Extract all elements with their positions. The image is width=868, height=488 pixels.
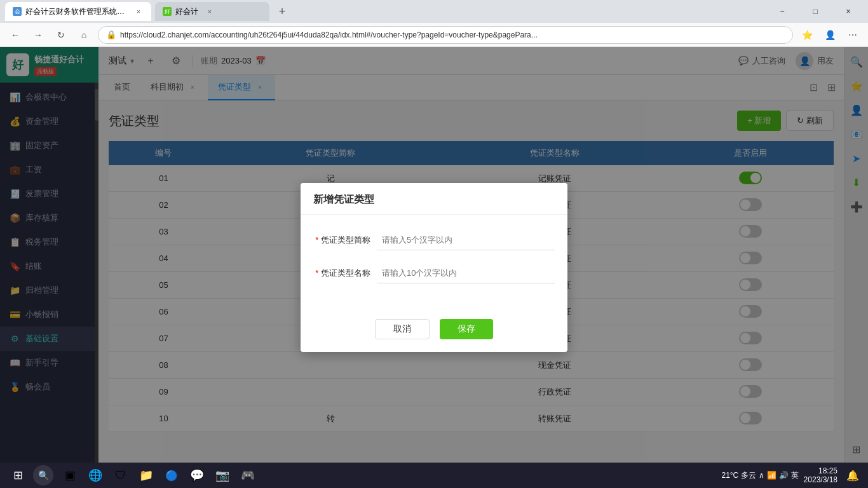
start-button[interactable]: ⊞ xyxy=(5,463,31,488)
name-input[interactable] xyxy=(377,263,555,283)
taskbar-app-apps[interactable]: 🎮 xyxy=(236,464,259,487)
minimize-button[interactable]: − xyxy=(768,2,797,21)
taskbar-right: 21°C 多云 ∧ 📶 🔊 英 18:25 2023/3/18 🔔 xyxy=(721,465,863,485)
clock-time: 18:25 xyxy=(804,466,837,475)
language-indicator[interactable]: 英 xyxy=(791,470,799,481)
new-tab-button[interactable]: + xyxy=(273,3,291,20)
taskbar-apps: ▣ 🌐 🛡 📁 🔵 💬 📷 🎮 xyxy=(58,464,259,487)
save-button[interactable]: 保存 xyxy=(440,319,493,339)
system-tray: 21°C 多云 ∧ 📶 🔊 英 xyxy=(721,470,798,481)
menu-button[interactable]: ⋯ xyxy=(844,26,862,44)
profile-button[interactable]: 👤 xyxy=(821,26,839,44)
taskbar-app-chrome[interactable]: 🔵 xyxy=(160,464,183,487)
modal-footer: 取消 保存 xyxy=(301,311,567,352)
taskbar-app-security[interactable]: 🛡 xyxy=(109,464,132,487)
taskbar-app-files[interactable]: 📁 xyxy=(135,464,158,487)
cancel-button[interactable]: 取消 xyxy=(375,319,430,339)
url-text: https://cloud2.chanjet.com/accounting/uh… xyxy=(120,30,538,39)
tab-favicon-1: 会 xyxy=(13,7,22,16)
tab-label-1: 好会计云财务软件管理系统_会计 xyxy=(25,6,127,17)
tab-close-2[interactable]: × xyxy=(205,6,215,17)
taskbar-clock[interactable]: 18:25 2023/3/18 xyxy=(804,466,837,484)
taskbar-search-button[interactable]: 🔍 xyxy=(33,465,53,485)
taskbar-app-taskview[interactable]: ▣ xyxy=(58,464,81,487)
modal-body: * 凭证类型简称 * 凭证类型名称 xyxy=(301,215,567,311)
maximize-button[interactable]: □ xyxy=(801,2,830,21)
required-asterisk: * xyxy=(315,235,318,245)
name-label: * 凭证类型名称 xyxy=(313,268,377,279)
modal-add-voucher-type: 新增凭证类型 * 凭证类型简称 * 凭证类型名称 取消 保存 xyxy=(301,183,567,352)
taskbar-app-camera[interactable]: 📷 xyxy=(211,464,234,487)
taskbar-app-wechat[interactable]: 💬 xyxy=(186,464,208,487)
tab-close-1[interactable]: × xyxy=(133,6,144,17)
form-row-short: * 凭证类型简称 xyxy=(313,230,555,250)
tab-inactive[interactable]: 好 好会计 × xyxy=(155,2,269,21)
extensions-button[interactable]: ⭐ xyxy=(798,26,816,44)
notification-button[interactable]: 🔔 xyxy=(843,465,863,485)
form-row-name: * 凭证类型名称 xyxy=(313,263,555,283)
short-label: * 凭证类型简称 xyxy=(313,234,377,246)
forward-button[interactable]: → xyxy=(29,26,47,44)
refresh-button[interactable]: ↻ xyxy=(52,26,70,44)
short-input[interactable] xyxy=(377,230,555,250)
tab-favicon-2: 好 xyxy=(163,7,172,16)
url-input[interactable]: 🔒 https://cloud2.chanjet.com/accounting/… xyxy=(98,26,793,44)
taskbar: ⊞ 🔍 ▣ 🌐 🛡 📁 🔵 💬 📷 🎮 21°C 多云 ∧ 📶 🔊 英 18:2… xyxy=(0,463,868,488)
tab-label-2: 好会计 xyxy=(175,6,198,17)
weather-temp: 21°C 多云 xyxy=(721,470,756,481)
required-asterisk-2: * xyxy=(315,268,318,278)
address-bar: ← → ↻ ⌂ 🔒 https://cloud2.chanjet.com/acc… xyxy=(0,23,868,47)
taskbar-expand[interactable]: ∧ xyxy=(759,471,764,480)
back-button[interactable]: ← xyxy=(6,26,24,44)
taskbar-app-browser[interactable]: 🌐 xyxy=(84,464,107,487)
network-icon: 📶 xyxy=(767,471,776,480)
volume-icon: 🔊 xyxy=(779,471,789,480)
home-button[interactable]: ⌂ xyxy=(75,26,93,44)
modal-title: 新增凭证类型 xyxy=(301,183,567,215)
tab-active[interactable]: 会 好会计云财务软件管理系统_会计 × xyxy=(5,2,151,21)
modal-overlay: 新增凭证类型 * 凭证类型简称 * 凭证类型名称 取消 保存 xyxy=(0,47,868,488)
clock-date: 2023/3/18 xyxy=(804,475,837,484)
browser-title-bar: 会 好会计云财务软件管理系统_会计 × 好 好会计 × + − □ × xyxy=(0,0,868,23)
close-window-button[interactable]: × xyxy=(834,2,863,21)
